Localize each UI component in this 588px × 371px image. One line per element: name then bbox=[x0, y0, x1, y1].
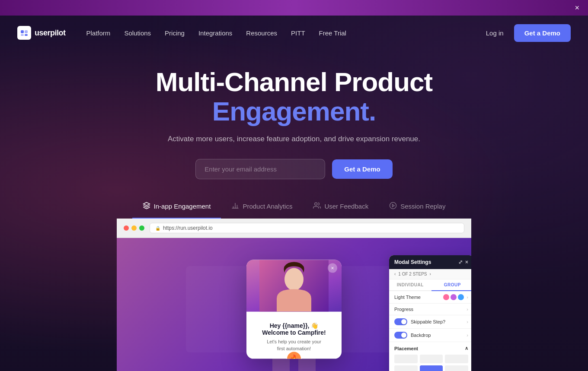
demo-preview-container: 🔒 https://run.userpilot.io bbox=[17, 219, 571, 371]
svg-rect-0 bbox=[21, 30, 24, 33]
navbar-right: Log in Get a Demo bbox=[486, 24, 571, 42]
nav-pitt[interactable]: PITT bbox=[291, 29, 305, 37]
url-text: https://run.userpilot.io bbox=[163, 225, 213, 231]
placement-cell-tc[interactable] bbox=[420, 355, 443, 363]
get-demo-button-nav[interactable]: Get a Demo bbox=[514, 24, 571, 42]
logo[interactable]: userpilot bbox=[17, 26, 66, 40]
modal-settings-panel: Modal Settings ⤢ × ‹ 1 OF 2 STEPS › INDI… bbox=[389, 255, 471, 371]
tab-individual[interactable]: INDIVIDUAL bbox=[389, 279, 431, 290]
theme-dot-pink bbox=[443, 294, 449, 300]
hero-cta: Get a Demo bbox=[17, 159, 571, 179]
settings-tabs: INDIVIDUAL GROUP bbox=[389, 279, 471, 291]
backdrop-label-row: Backdrop bbox=[394, 332, 431, 339]
browser-dot-yellow bbox=[131, 225, 137, 231]
nav-pricing[interactable]: Pricing bbox=[165, 29, 185, 37]
placement-cell-tr[interactable] bbox=[445, 355, 468, 363]
settings-light-theme: Light Theme › bbox=[389, 291, 471, 304]
browser-dot-green bbox=[139, 225, 144, 231]
tab-product-analytics[interactable]: Product Analytics bbox=[221, 197, 303, 219]
browser-content: × 🔥 Hey {{name}}, 👋 Welcome to Campfire!… bbox=[117, 238, 471, 371]
light-theme-label: Light Theme bbox=[394, 295, 421, 300]
skippable-label-row: Skippable Step? bbox=[394, 318, 445, 325]
tab-user-feedback[interactable]: User Feedback bbox=[303, 197, 379, 219]
nav-integrations[interactable]: Integrations bbox=[198, 29, 232, 37]
progress-chevron[interactable]: › bbox=[467, 307, 468, 312]
placement-cell-ml[interactable] bbox=[394, 365, 418, 371]
settings-header: Modal Settings ⤢ × bbox=[389, 255, 471, 269]
tab-feedback-label: User Feedback bbox=[324, 203, 368, 210]
browser-chrome: 🔒 https://run.userpilot.io bbox=[117, 219, 471, 238]
login-link[interactable]: Log in bbox=[486, 29, 504, 37]
settings-progress: Progress › bbox=[389, 304, 471, 315]
email-input[interactable] bbox=[195, 159, 325, 179]
logo-icon bbox=[17, 26, 31, 40]
backdrop-toggle[interactable] bbox=[394, 332, 407, 339]
theme-color-dots bbox=[443, 294, 464, 300]
progress-label-row: Progress bbox=[394, 307, 413, 312]
theme-dot-purple bbox=[451, 294, 457, 300]
placement-title: Placement ∧ bbox=[394, 346, 468, 351]
get-demo-button-hero[interactable]: Get a Demo bbox=[332, 159, 392, 179]
browser-dot-red bbox=[124, 225, 129, 231]
tab-session-replay[interactable]: Session Replay bbox=[379, 197, 456, 219]
preview-modal: × 🔥 Hey {{name}}, 👋 Welcome to Campfire!… bbox=[246, 260, 342, 359]
svg-point-10 bbox=[390, 203, 396, 209]
light-theme-label-row: Light Theme bbox=[394, 295, 421, 300]
expand-icon[interactable]: ⤢ bbox=[458, 259, 463, 265]
lock-icon: 🔒 bbox=[155, 226, 160, 231]
prev-step-icon[interactable]: ‹ bbox=[394, 272, 396, 276]
settings-backdrop: Backdrop › bbox=[389, 329, 471, 342]
placement-section: Placement ∧ bbox=[389, 342, 471, 371]
tab-inapp-label: In-app Engagement bbox=[154, 203, 211, 210]
nav-resources[interactable]: Resources bbox=[246, 29, 277, 37]
skippable-toggle[interactable] bbox=[394, 318, 407, 325]
tab-inapp-engagement[interactable]: In-app Engagement bbox=[132, 197, 221, 219]
svg-rect-2 bbox=[21, 34, 24, 36]
placement-chevron-up[interactable]: ∧ bbox=[465, 346, 468, 351]
feature-tabs: In-app Engagement Product Analytics User… bbox=[0, 197, 588, 219]
announcement-bar: × bbox=[0, 0, 588, 16]
nav-links: Platform Solutions Pricing Integrations … bbox=[86, 29, 346, 37]
close-settings-icon[interactable]: × bbox=[465, 259, 468, 265]
modal-greeting: Hey {{name}}, 👋 Welcome to Campfire! bbox=[253, 322, 335, 336]
modal-close-btn[interactable]: × bbox=[328, 263, 337, 273]
navbar: userpilot Platform Solutions Pricing Int… bbox=[0, 16, 588, 50]
nav-free-trial[interactable]: Free Trial bbox=[319, 29, 346, 37]
svg-marker-4 bbox=[143, 203, 150, 206]
hero-section: Multi-Channel Product Engagement. Activa… bbox=[0, 50, 588, 179]
skippable-label: Skippable Step? bbox=[411, 319, 445, 324]
steps-navigator: ‹ 1 OF 2 STEPS › bbox=[389, 269, 471, 279]
backdrop-chevron[interactable]: › bbox=[467, 333, 468, 338]
tab-analytics-label: Product Analytics bbox=[243, 203, 292, 210]
skippable-chevron[interactable]: › bbox=[467, 319, 468, 324]
tab-group[interactable]: GROUP bbox=[431, 279, 472, 291]
tab-replay-label: Session Replay bbox=[400, 203, 445, 210]
hero-title: Multi-Channel Product Engagement. bbox=[17, 67, 571, 126]
browser-url-bar[interactable]: 🔒 https://run.userpilot.io bbox=[150, 223, 464, 233]
placement-cell-tl[interactable] bbox=[394, 355, 418, 363]
placement-cell-mc[interactable] bbox=[420, 365, 443, 371]
nav-platform[interactable]: Platform bbox=[86, 29, 111, 37]
svg-marker-11 bbox=[393, 204, 395, 207]
nav-solutions[interactable]: Solutions bbox=[124, 29, 151, 37]
placement-cell-mr[interactable] bbox=[445, 365, 468, 371]
svg-point-14 bbox=[284, 268, 304, 291]
settings-skippable: Skippable Step? › bbox=[389, 315, 471, 329]
browser-dots bbox=[124, 225, 144, 231]
logo-text: userpilot bbox=[35, 29, 66, 38]
hero-title-line1: Multi-Channel Product bbox=[156, 67, 432, 97]
users-icon bbox=[313, 202, 321, 211]
navbar-left: userpilot Platform Solutions Pricing Int… bbox=[17, 26, 346, 40]
theme-controls: › bbox=[443, 294, 468, 300]
theme-chevron[interactable]: › bbox=[467, 295, 468, 300]
bar-chart-icon bbox=[231, 202, 239, 211]
play-circle-icon bbox=[389, 202, 397, 211]
settings-title: Modal Settings bbox=[394, 259, 431, 265]
progress-label: Progress bbox=[394, 307, 413, 312]
settings-header-icons: ⤢ × bbox=[458, 259, 468, 265]
modal-subtitle: Let's help you create your first automat… bbox=[253, 339, 335, 352]
announcement-close[interactable]: × bbox=[575, 3, 579, 13]
next-step-icon[interactable]: › bbox=[429, 272, 431, 276]
preview-wrapper: 🔒 https://run.userpilot.io bbox=[17, 219, 571, 371]
backdrop-label: Backdrop bbox=[411, 333, 431, 338]
